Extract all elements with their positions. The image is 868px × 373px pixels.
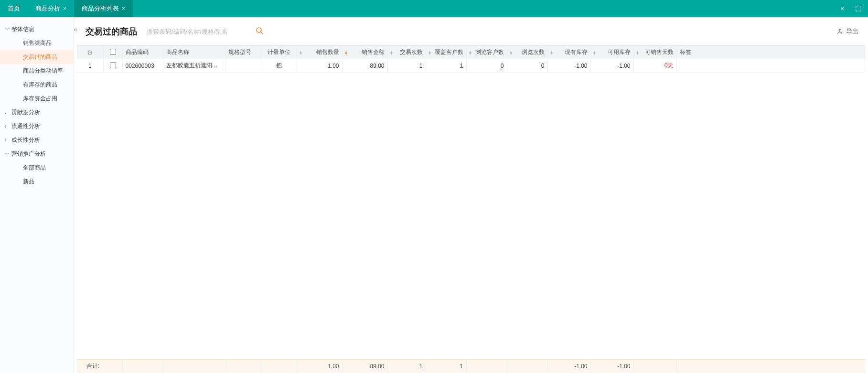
sidebar-group-circulation: › 流通性分析 — [0, 119, 74, 133]
sidebar-item-category-selling-rate[interactable]: 商品分类动销率 — [0, 64, 74, 78]
col-label: 标签 — [680, 49, 691, 55]
search-icon[interactable] — [256, 27, 263, 36]
sidebar-item-stock-funds[interactable]: 库存资金占用 — [0, 92, 74, 106]
sidebar-group-label: 流通性分析 — [11, 122, 40, 130]
cell-cust: 1 — [426, 59, 466, 73]
sidebar-group-header-contribution[interactable]: › 贡献度分析 — [0, 106, 74, 119]
col-code[interactable]: 商品编码 — [122, 46, 163, 59]
search-input[interactable] — [147, 28, 252, 35]
tab-label: 商品分析列表 — [82, 4, 119, 13]
sidebar-item-in-stock-products[interactable]: 有库存的商品 — [0, 78, 74, 92]
search-wrap — [147, 27, 263, 36]
data-table: ⚙ 商品编码 商品名称 规格型号 计量单位 ▲▼销售数量 ▲▼销售金额 ▲▼交易… — [77, 45, 865, 73]
sort-icon: ▲▼ — [299, 50, 303, 54]
col-label: 商品名称 — [166, 49, 189, 55]
close-all-icon[interactable]: × — [836, 3, 848, 14]
close-icon[interactable]: × — [122, 5, 125, 12]
sidebar-item-label: 商品分类动销率 — [23, 67, 63, 74]
col-cust[interactable]: ▲▼覆盖客户数 — [426, 46, 466, 59]
col-stock[interactable]: ▲▼现有库存 — [547, 46, 590, 59]
chevron-down-icon: ﹀ — [5, 151, 10, 158]
totals-row: 合计: 1.00 89.00 1 1 -1.00 -1.00 — [77, 360, 865, 373]
cell-amt: 89.00 — [342, 59, 387, 73]
cell-days: 0天 — [633, 59, 676, 73]
col-amt[interactable]: ▲▼销售金额 — [342, 46, 387, 59]
table-row[interactable]: 1 002600003 左都胶囊五折遮阳伞防晒伞 把 1.00 89.00 1 … — [77, 59, 865, 73]
chevron-down-icon: ﹀ — [5, 26, 10, 33]
sort-icon: ▲▼ — [428, 50, 432, 54]
svg-point-0 — [257, 28, 261, 32]
sidebar-group-label: 贡献度分析 — [11, 108, 40, 117]
col-checkbox[interactable] — [103, 46, 122, 59]
col-qty[interactable]: ▲▼销售数量 — [297, 46, 342, 59]
col-label: 规格型号 — [228, 49, 251, 55]
cell-unit: 把 — [261, 59, 297, 73]
sidebar-group-label: 营销推广分析 — [11, 150, 46, 158]
col-label: 覆盖客户数 — [435, 49, 463, 55]
col-settings[interactable]: ⚙ — [77, 46, 103, 59]
sort-icon: ▲▼ — [636, 50, 640, 54]
table-header-row: ⚙ 商品编码 商品名称 规格型号 计量单位 ▲▼销售数量 ▲▼销售金额 ▲▼交易… — [77, 46, 865, 59]
col-avail[interactable]: ▲▼可用库存 — [590, 46, 633, 59]
export-icon — [836, 28, 843, 35]
select-all-checkbox[interactable] — [110, 49, 116, 55]
col-days[interactable]: ▲▼可销售天数 — [633, 46, 676, 59]
sidebar-group-label: 整体信息 — [11, 25, 34, 33]
sidebar-group-contribution: › 贡献度分析 — [0, 106, 74, 119]
totals-cust: 1 — [426, 360, 466, 373]
col-name[interactable]: 商品名称 — [163, 46, 225, 59]
sidebar-item-all-products[interactable]: 全部商品 — [0, 161, 74, 175]
tab-product-analysis[interactable]: 商品分析 × — [28, 0, 74, 17]
tab-bar: 首页 商品分析 × 商品分析列表 × × — [0, 0, 868, 17]
cell-browsecust[interactable]: 0 — [466, 59, 507, 73]
export-button[interactable]: 导出 — [836, 27, 858, 36]
totals-avail: -1.00 — [590, 360, 633, 373]
col-trade[interactable]: ▲▼交易次数 — [387, 46, 426, 59]
sidebar-item-label: 全部商品 — [23, 164, 46, 171]
sidebar-item-label: 销售类商品 — [23, 40, 52, 46]
col-browsecust[interactable]: ▲▼浏览客户数 — [466, 46, 507, 59]
col-label: 浏览客户数 — [475, 49, 504, 55]
sidebar-group-header-circulation[interactable]: › 流通性分析 — [0, 119, 74, 133]
cell-tag — [676, 59, 865, 73]
totals-amt: 89.00 — [342, 360, 387, 373]
sort-icon: ▲▼ — [469, 50, 472, 54]
sidebar-group-header-growth[interactable]: › 成长性分析 — [0, 133, 74, 147]
cell-avail: -1.00 — [590, 59, 633, 73]
col-tag[interactable]: 标签 — [676, 46, 865, 59]
cell-browsecnt: 0 — [507, 59, 547, 73]
sidebar-item-traded-products[interactable]: 交易过的商品 — [0, 50, 74, 64]
col-label: 销售金额 — [362, 49, 385, 55]
sidebar-item-label: 库存资金占用 — [23, 95, 57, 102]
totals-stock: -1.00 — [547, 360, 590, 373]
tab-home[interactable]: 首页 — [0, 0, 28, 17]
sidebar-item-new-products[interactable]: 新品 — [0, 175, 74, 189]
totals-browsecust — [466, 360, 507, 373]
totals-label: 合计: — [77, 360, 122, 373]
totals-browsecnt — [507, 360, 547, 373]
table-wrap: ⚙ 商品编码 商品名称 规格型号 计量单位 ▲▼销售数量 ▲▼销售金额 ▲▼交易… — [74, 45, 868, 373]
sidebar-item-label: 交易过的商品 — [23, 53, 57, 60]
sidebar-group-label: 成长性分析 — [11, 136, 40, 144]
close-icon[interactable]: × — [63, 5, 66, 12]
col-label: 计量单位 — [268, 49, 290, 55]
col-spec[interactable]: 规格型号 — [225, 46, 261, 59]
cell-index: 1 — [77, 59, 103, 73]
sidebar-group-header-marketing[interactable]: ﹀ 营销推广分析 — [0, 147, 74, 161]
cell-spec — [225, 59, 261, 73]
tab-product-analysis-list[interactable]: 商品分析列表 × — [74, 0, 133, 17]
sidebar-item-sales-products[interactable]: 销售类商品 — [0, 36, 74, 50]
col-browsecnt[interactable]: ▲▼浏览次数 — [507, 46, 547, 59]
col-unit[interactable]: 计量单位 — [261, 46, 297, 59]
fullscreen-icon[interactable] — [853, 3, 864, 14]
chevron-right-icon: › — [5, 124, 6, 129]
cell-checkbox — [103, 59, 122, 73]
row-checkbox[interactable] — [110, 62, 116, 68]
tabbar-right-controls: × — [836, 0, 868, 17]
chevron-right-icon: › — [5, 110, 6, 115]
sort-icon: ▲▼ — [344, 50, 348, 54]
sidebar-group-overall: ﹀ 整体信息 销售类商品 交易过的商品 商品分类动销率 有库存的商品 库存资金占… — [0, 22, 74, 106]
sidebar: « ﹀ 整体信息 销售类商品 交易过的商品 商品分类动销率 有库存的商品 库存资… — [0, 18, 74, 373]
sidebar-group-header-overall[interactable]: ﹀ 整体信息 — [0, 22, 74, 36]
cell-name: 左都胶囊五折遮阳伞防晒伞 — [163, 59, 225, 73]
